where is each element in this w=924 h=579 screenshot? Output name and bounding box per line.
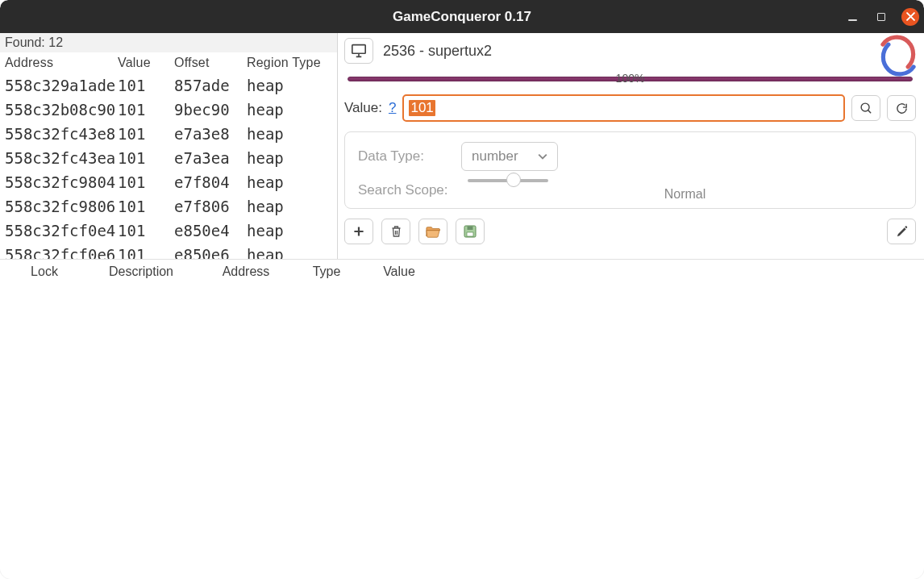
save-icon [464, 225, 477, 238]
search-button[interactable] [851, 95, 880, 121]
result-row[interactable]: 558c32fc9806101e7f806heap [0, 194, 337, 219]
progress-label: 100% [348, 72, 913, 85]
value-label: Value: [344, 100, 382, 116]
maximize-button[interactable] [872, 8, 890, 26]
scan-options: Data Type: number Search Scope: Normal [344, 131, 916, 209]
cell-offset: 9bec90 [174, 98, 247, 121]
search-icon [859, 102, 873, 115]
reset-button[interactable] [887, 95, 916, 121]
col-lock[interactable]: Lock [8, 265, 81, 279]
cheat-list-header[interactable]: Lock Description Address Type Value [0, 259, 924, 284]
cell-offset: e7a3e8 [174, 123, 247, 145]
value-input-text: 101 [409, 100, 435, 116]
titlebar[interactable]: GameConqueror 0.17 [0, 0, 924, 33]
svg-rect-4 [468, 227, 473, 231]
minimize-button[interactable] [843, 8, 861, 26]
results-header[interactable]: Address Value Offset Region Type [0, 52, 337, 73]
cell-address: 558c32fcf0e6 [5, 244, 118, 259]
cheat-list-body[interactable] [0, 284, 924, 574]
cell-region: heap [247, 244, 331, 259]
result-row[interactable]: 558c329a1ade101857adeheap [0, 73, 337, 98]
col-cheat-value[interactable]: Value [363, 265, 435, 279]
col-address[interactable]: Address [5, 56, 118, 70]
result-row[interactable]: 558c32fc43ea101e7a3eaheap [0, 146, 337, 170]
plus-icon [353, 226, 364, 237]
client-area: Found: 12 Address Value Offset Region Ty… [0, 33, 924, 259]
svg-rect-0 [352, 45, 365, 54]
app-window: GameConqueror 0.17 Found: 12 Address Val… [0, 0, 924, 579]
cell-offset: e7a3ea [174, 147, 247, 169]
cell-value: 101 [118, 244, 174, 259]
cell-region: heap [247, 219, 331, 242]
scope-slider[interactable] [468, 179, 548, 182]
data-type-select[interactable]: number [461, 142, 558, 171]
result-row[interactable]: 558c32fcf0e6101e850e6heap [0, 243, 337, 259]
results-pane: Found: 12 Address Value Offset Region Ty… [0, 33, 338, 259]
cell-region: heap [247, 171, 331, 194]
cell-address: 558c329a1ade [5, 74, 118, 97]
chevron-down-icon [538, 152, 547, 161]
cell-offset: e7f806 [174, 195, 247, 218]
open-cheat-button[interactable] [418, 219, 447, 244]
col-offset[interactable]: Offset [174, 56, 247, 70]
window-title: GameConqueror 0.17 [393, 9, 531, 25]
trash-icon [390, 225, 402, 238]
memory-editor-button[interactable] [887, 219, 916, 244]
cell-offset: e850e6 [174, 244, 247, 259]
col-description[interactable]: Description [81, 265, 202, 279]
cell-value: 101 [118, 147, 174, 169]
result-row[interactable]: 558c32fc43e8101e7a3e8heap [0, 122, 337, 146]
scope-value: Normal [664, 187, 706, 202]
monitor-icon [351, 44, 367, 58]
value-row: Value: ? 101 [344, 94, 916, 122]
results-body[interactable]: 558c329a1ade101857adeheap558c32b08c90101… [0, 73, 337, 259]
scope-slider-thumb[interactable] [506, 173, 521, 187]
select-process-button[interactable] [344, 38, 373, 64]
cheat-toolbar [344, 219, 916, 244]
col-type[interactable]: Type [290, 265, 363, 279]
cell-address: 558c32fc9806 [5, 195, 118, 218]
window-controls [843, 8, 919, 26]
delete-cheat-button[interactable] [381, 219, 410, 244]
data-type-value: number [472, 148, 518, 165]
col-region[interactable]: Region Type [247, 56, 331, 70]
close-button[interactable] [901, 8, 919, 26]
value-help-link[interactable]: ? [389, 100, 396, 116]
save-cheat-button[interactable] [456, 219, 485, 244]
svg-rect-3 [467, 232, 473, 236]
data-type-label: Data Type: [358, 148, 455, 165]
found-count: 12 [48, 35, 63, 49]
cell-address: 558c32b08c90 [5, 98, 118, 121]
found-bar: Found: 12 [0, 33, 337, 52]
process-row: 2536 - supertux2 [344, 38, 916, 64]
cell-value: 101 [118, 74, 174, 97]
col-cheat-address[interactable]: Address [202, 265, 290, 279]
add-cheat-button[interactable] [344, 219, 373, 244]
cell-value: 101 [118, 171, 174, 194]
cell-value: 101 [118, 123, 174, 145]
svg-point-1 [861, 103, 869, 111]
progress-bar: 100% [348, 77, 913, 81]
result-row[interactable]: 558c32b08c901019bec90heap [0, 98, 337, 122]
cell-value: 101 [118, 219, 174, 242]
cell-address: 558c32fc9804 [5, 171, 118, 194]
cell-region: heap [247, 98, 331, 121]
cell-address: 558c32fc43e8 [5, 123, 118, 145]
folder-open-icon [426, 226, 440, 238]
scope-label: Search Scope: [358, 182, 455, 198]
refresh-icon [895, 102, 909, 115]
scan-pane: 2536 - supertux2 100% Value: ? 101 [338, 33, 924, 259]
result-row[interactable]: 558c32fcf0e4101e850e4heap [0, 219, 337, 243]
cell-offset: 857ade [174, 74, 247, 97]
value-input[interactable]: 101 [402, 94, 845, 122]
col-value[interactable]: Value [118, 56, 174, 70]
pencil-icon [896, 226, 908, 238]
cell-address: 558c32fcf0e4 [5, 219, 118, 242]
cell-address: 558c32fc43ea [5, 147, 118, 169]
cell-offset: e7f804 [174, 171, 247, 194]
cell-region: heap [247, 147, 331, 169]
cell-region: heap [247, 74, 331, 97]
result-row[interactable]: 558c32fc9804101e7f804heap [0, 170, 337, 194]
process-text: 2536 - supertux2 [383, 43, 492, 60]
cell-offset: e850e4 [174, 219, 247, 242]
